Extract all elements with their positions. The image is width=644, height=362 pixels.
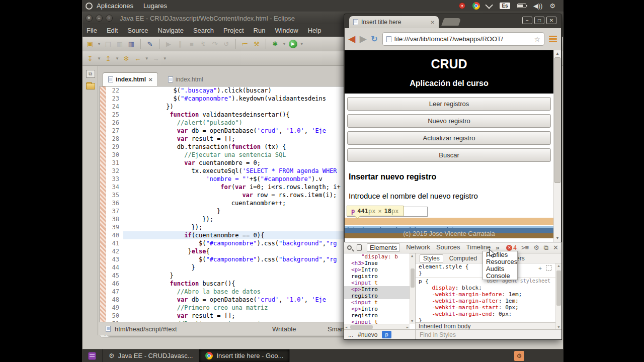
css-property-row[interactable]: -webkit-margin-after: 1em; [416,298,561,304]
scroll-up-icon[interactable]: ▲ [557,264,560,267]
restore-view-icon[interactable]: ⧉ [86,70,95,78]
maximize-window-icon[interactable]: ▫ [106,15,113,22]
tab-index-html-inactive[interactable]: index.html [163,72,208,86]
dom-hscroll-thumb[interactable] [350,325,373,329]
dom-node-row[interactable]: <p>Intro [344,306,415,312]
volume-icon[interactable]: ◀)) [533,3,543,9]
dom-node-row[interactable]: <p>Intro [344,266,415,273]
battery-icon[interactable] [517,4,526,8]
inspect-icon[interactable] [347,245,352,250]
pause-icon[interactable]: ∥ [176,39,185,48]
menu-help[interactable]: Help [308,27,321,34]
dom-node-row[interactable]: <p>Intro [344,286,415,293]
close-window-icon[interactable]: ✕ [86,15,93,22]
save-all-icon[interactable]: ▥ [115,39,124,48]
scroll-up-icon[interactable]: ▲ [554,50,561,57]
export-dropdown-icon[interactable]: ▼ [115,56,119,61]
menu-window[interactable]: Window [275,27,298,34]
task-eclipse[interactable]: ⚙ Java EE - CRUDJavasc... [103,349,199,362]
menu-item-console[interactable]: Console [483,273,517,280]
forward-icon[interactable]: → [151,54,160,63]
error-badge[interactable]: ✕4 [506,244,517,251]
back-icon[interactable]: ← [133,54,142,63]
device-mode-icon[interactable] [357,244,362,251]
export-icon[interactable]: ↥ [104,54,113,63]
css-property-row[interactable]: -webkit-margin-end: 0px; [416,311,561,317]
css-property-row[interactable]: display: block; [416,285,561,291]
scroll-up-icon[interactable]: ▲ [411,254,413,258]
crud-button-nuevo-registro[interactable]: Nuevo registro [347,114,551,128]
external-tools-dropdown-icon[interactable]: ▼ [282,42,286,46]
styles-vscroll-thumb[interactable] [556,270,561,306]
url-bar[interactable]: file:///var/lib/tomcat7/webapps/ROOT/ ☆ [382,32,544,46]
run-button[interactable]: ▶ [289,40,297,48]
build-icon[interactable]: ⚒ [252,39,261,48]
menu-item-resources[interactable]: Resources [483,258,517,265]
scroll-down-icon[interactable]: ▼ [411,319,413,323]
menu-source[interactable]: Source [127,27,148,34]
browser-tab[interactable]: Insert title here ✕ [349,16,439,28]
maximize-window-icon[interactable]: □ [534,17,544,24]
scroll-down-icon[interactable]: ▼ [557,325,560,329]
print-icon[interactable]: ▦ [127,39,136,48]
forward-dropdown-icon[interactable]: ▼ [163,56,167,61]
new-dropdown-icon[interactable]: ▼ [97,42,101,46]
workspace-switcher-icon[interactable] [88,352,96,360]
back-dropdown-icon[interactable]: ▼ [145,56,149,61]
applications-menu-icon[interactable] [86,3,93,10]
styles-vscrollbar[interactable]: ▲ ▼ [555,263,561,329]
screen-recorder-icon[interactable] [459,3,465,9]
css-property-row[interactable]: -webkit-margin-start: 0px; [416,304,561,311]
chrome-tray-icon[interactable] [472,2,480,10]
menu-search[interactable]: Search [193,27,214,34]
dom-node-row[interactable]: <h3>Inse [344,260,415,266]
scroll-right-icon[interactable]: ► [407,325,409,329]
mark-occurrences-icon[interactable]: ≔ [240,39,250,48]
dom-vscroll-thumb[interactable] [411,268,415,288]
recorder-task-icon[interactable]: ⚙ [514,351,524,361]
devtools-tab-network[interactable]: Network [406,243,430,252]
css-property-row[interactable]: -webkit-margin-before: 1em; [416,291,561,298]
external-tools-icon[interactable]: ✱ [271,39,280,48]
session-gear-icon[interactable]: ⚙ [549,3,555,9]
close-tab-icon[interactable]: ✕ [431,20,435,25]
scroll-down-icon[interactable]: ▼ [554,235,561,242]
inherited-from-body-section[interactable]: Inherited from body [416,322,555,329]
new-style-rule-icon[interactable]: + [538,265,542,272]
tab-index-html-active[interactable]: index.html ✕ [103,72,158,86]
scroll-left-icon[interactable]: ◄ [345,325,347,329]
import-icon[interactable]: ↧ [86,54,95,63]
dom-vscrollbar[interactable]: ▲ ▼ [410,253,415,324]
step-into-icon[interactable]: ↯ [199,39,208,48]
debug-run-icon[interactable]: ▶ [164,39,173,48]
menu-item-audits[interactable]: Audits [483,265,517,273]
menu-run[interactable]: Run [254,27,266,34]
dom-hscrollbar[interactable]: ◄ ► [344,324,410,329]
dom-node-row[interactable]: registro [344,293,415,299]
toggle-element-state-icon[interactable] [546,265,551,270]
back-icon[interactable]: ◀ [349,34,355,44]
devtools-tab-elements[interactable]: Elements [367,243,400,252]
close-devtools-icon[interactable]: ✕ [553,244,558,251]
minimize-window-icon[interactable]: − [522,17,532,24]
scroll-thumb[interactable] [554,57,560,183]
step-over-icon[interactable]: ↷ [210,39,219,48]
close-tab-icon[interactable]: ✕ [148,77,152,82]
dom-node-row[interactable]: <input t [344,280,415,286]
menu-navigate[interactable]: Navigate [158,27,184,34]
close-window-icon[interactable]: ✕ [546,17,556,24]
crud-button-actualizar-registro[interactable]: Actualizar registro [347,131,551,145]
crud-button-leer-registros[interactable]: Leer registros [347,97,551,111]
breadcrumb-nuevo[interactable]: #nuevo [358,331,377,338]
dom-node-row[interactable]: <input t [344,299,415,306]
task-browser[interactable]: Insert title here - Goo... [199,349,289,362]
breadcrumb-p-selected[interactable]: p [382,331,391,338]
save-icon[interactable]: ▤ [104,39,113,48]
menu-project[interactable]: Project [223,27,244,34]
minimize-window-icon[interactable]: − [96,15,103,22]
devtools-overflow-chevron[interactable]: » [496,244,499,251]
step-return-icon[interactable]: ↺ [222,39,231,48]
menu-item-profiles[interactable]: Profiles [483,251,517,258]
menu-aplicaciones[interactable]: Aplicaciones [97,2,133,10]
devtools-tab-sources[interactable]: Sources [436,243,460,252]
